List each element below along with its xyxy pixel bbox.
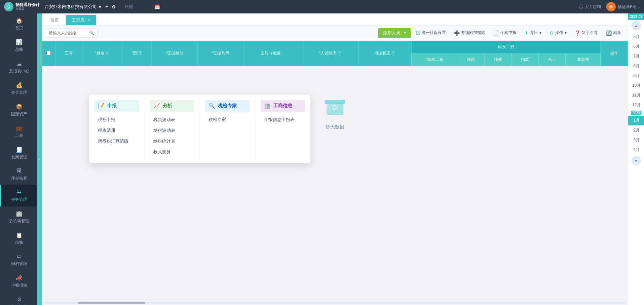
filter-submit-icon[interactable]: ▽ (391, 51, 395, 55)
sidebar-item-fund[interactable]: 💰 资金管理 (0, 78, 37, 100)
timeline-month-7[interactable]: 7月 (628, 51, 644, 61)
tax-declaration-btn[interactable]: 📄 个税申报 (491, 29, 519, 37)
special-deduction-icon: ➕ (454, 30, 460, 36)
sidebar-item-expense[interactable]: 📣 小畅报销 (0, 271, 37, 292)
menu-item-income-estimate[interactable]: 收入测算 (150, 147, 194, 157)
refresh-icon: 🔄 (606, 30, 612, 36)
special-deduction-label: 专项附加扣除 (461, 30, 485, 36)
timeline-month-9[interactable]: 9月 (628, 71, 644, 81)
social-insurance-label: 统一社保设置 (422, 30, 446, 36)
operation-btn[interactable]: ⚙ 操作 ▾ (547, 29, 569, 37)
select-all-th[interactable] (42, 41, 55, 66)
guide-label: 新手引导 (582, 30, 598, 36)
sidebar-label-close: 结账 (15, 240, 23, 245)
add-person-dropdown-icon[interactable]: ▾ (402, 31, 406, 35)
select-all-checkbox[interactable] (46, 51, 51, 55)
business-info-category-label: 工商信息 (273, 103, 292, 109)
special-deduction-btn[interactable]: ➕ 专项附加扣除 (451, 29, 488, 37)
sidebar-item-cloud-report[interactable]: ☁ 云报表中心 (0, 56, 37, 78)
empty-text: 暂无数据 (326, 124, 344, 130)
timeline-month-11[interactable]: 11月 (628, 90, 644, 100)
logo-icon: 会 (4, 2, 13, 11)
operation-arrow: ▾ (565, 31, 567, 35)
toolbar: 🔍 添加人员 ▾ ☑ 统一社保设置 ➕ 专项附加扣除 📄 个税申报 ⬇ 导出 (42, 26, 628, 40)
sidebar-item-salary[interactable]: 💼 工资 (0, 121, 37, 143)
inventory-icon: 🗄 (16, 168, 22, 174)
calendar-icon[interactable]: 📅 (155, 4, 160, 9)
menu-item-tax-stats[interactable]: 纳税统计表 (150, 136, 194, 147)
menu-item-tax-table[interactable]: 税表清册 (94, 125, 139, 136)
scroll-track (44, 302, 625, 304)
timeline-month-10[interactable]: 10月 (628, 81, 644, 90)
declaration-category-label: 申报 (107, 103, 117, 109)
timeline-month-5[interactable]: 5月 (628, 32, 644, 42)
menu-item-tax-declare[interactable]: 税务申报 (94, 114, 139, 125)
sidebar-label-expense: 小畅报销 (11, 282, 27, 288)
guide-btn[interactable]: ❓ 新手引导 (572, 29, 601, 37)
menu-col-business-info: 🏢 工商信息 年报信息申报表 (255, 94, 311, 163)
menu-category-business-info: 🏢 工商信息 (261, 100, 305, 112)
social-insurance-btn[interactable]: ☑ 统一社保设置 (413, 29, 449, 37)
timeline-prev-btn[interactable]: ▲ (632, 21, 641, 31)
company-dropdown-icon[interactable]: ▾ (99, 4, 101, 9)
th-allowance: 津贴 (457, 53, 484, 66)
sidebar-item-settings[interactable]: ⚙ 基础设置 (0, 292, 37, 305)
search-input[interactable] (49, 31, 89, 35)
operation-label: 操作 (555, 30, 563, 36)
close-accounts-icon: 📋 (16, 232, 23, 238)
tab-home[interactable]: 首页 (44, 15, 65, 25)
support-btn[interactable]: 🎧 人工咨询 (578, 4, 601, 10)
timeline-month-4[interactable]: 4月 (628, 145, 644, 155)
th-nationality: 国籍（地区） (243, 41, 302, 66)
sidebar-item-close-accounts[interactable]: 📋 结账 (0, 228, 37, 250)
tax-declaration-label: 个税申报 (500, 30, 517, 36)
export-btn[interactable]: ⬇ 导出 ▾ (522, 29, 544, 37)
menu-item-tax-expert[interactable]: 税检专家 (205, 114, 250, 125)
sidebar-collapse-btn[interactable]: ‹ (37, 13, 42, 305)
timeline-month-1[interactable]: 1月 (628, 116, 644, 125)
timeline-month-3[interactable]: 3月 (628, 135, 644, 145)
tax-dropdown-menu[interactable]: 📝 申报 税务申报 税表清册 所得税汇算清缴 📈 分析 税负波动表 (89, 94, 311, 163)
tab-salary-close[interactable]: × (88, 18, 90, 23)
sort-name-icon[interactable]: ⇅ (106, 51, 109, 55)
menu-category-tax-expert: 🔍 税检专家 (205, 100, 250, 112)
top-bar: 会 畅捷通好会计 旗舰版 西安虾米网络科技有限公司 ▾ + ⚙ 账期 2023-… (0, 0, 644, 13)
timeline-month-12[interactable]: 12月 (628, 100, 644, 110)
timeline-month-2[interactable]: 2月 (628, 125, 644, 135)
sidebar-label-ledger: 总账 (15, 47, 23, 52)
timeline-month-8[interactable]: 8月 (628, 61, 644, 71)
sidebar-item-invoice[interactable]: 🧾 发票管理 (0, 143, 37, 164)
menu-item-tax-burden[interactable]: 税负波动表 (150, 114, 194, 125)
timeline-next-btn[interactable]: ▼ (632, 156, 641, 165)
sidebar-label-inventory: 库存核算 (11, 176, 27, 181)
menu-item-annual-report[interactable]: 年报信息申报表 (261, 114, 305, 125)
sidebar-item-multi-org[interactable]: 🏢 多机构管理 (0, 206, 37, 228)
menu-item-income-tax-settle[interactable]: 所得税汇算清缴 (94, 136, 139, 147)
period-value: 2023-01 (136, 4, 152, 9)
add-person-btn[interactable]: 添加人员 ▾ (378, 28, 411, 38)
sidebar-item-ledger[interactable]: 📊 总账 (0, 35, 37, 56)
timeline-month-6[interactable]: 6月 (628, 42, 644, 51)
multi-org-icon: 🏢 (16, 211, 23, 217)
sidebar-label-home: 首页 (15, 25, 23, 31)
sidebar-item-tax[interactable]: 🏛 税务管理 (0, 185, 37, 206)
add-company-btn[interactable]: + (105, 4, 108, 10)
scroll-thumb[interactable] (78, 302, 145, 304)
tab-salary-sheet[interactable]: 工资表 × (66, 15, 96, 25)
menu-item-tax-payment-wave[interactable]: 纳税波动表 (150, 125, 194, 136)
scroll-bar-area (42, 300, 628, 305)
salary-table: 工号 *姓名 ⇅ *部门 *证据类型 *证据号码 国籍（地区） *人员状态 ▽ (42, 40, 628, 66)
company-settings-icon[interactable]: ⚙ (112, 4, 116, 9)
sidebar-item-home[interactable]: 🏠 首页 (0, 13, 37, 35)
refresh-btn[interactable]: 🔄 刷新 (603, 29, 624, 37)
search-wrap: 🔍 (46, 28, 98, 38)
user-avatar: 畅 (606, 2, 616, 11)
sidebar-item-inventory[interactable]: 🗄 库存核算 (0, 164, 37, 185)
sidebar-label-salary: 工资 (15, 133, 23, 139)
user-info[interactable]: 畅 畅捷通B组... (606, 2, 640, 11)
th-id-type: *证据类型 (151, 41, 197, 66)
company-selector[interactable]: 西安虾米网络科技有限公司 ▾ + ⚙ (41, 2, 119, 11)
sidebar-item-archive[interactable]: 🗂 归档管理 (0, 250, 37, 271)
filter-person-status-icon[interactable]: ▽ (338, 51, 342, 55)
sidebar-item-assets[interactable]: 📦 固定资产 (0, 100, 37, 121)
